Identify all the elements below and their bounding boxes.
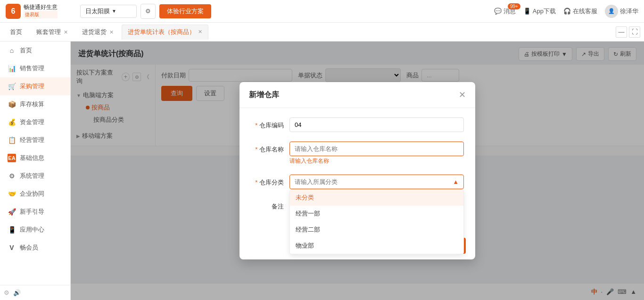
system-icon: ⚙ — [8, 172, 16, 180]
main-layout: ⌂ 首页 📊 销售管理 🛒 采购管理 📦 库存核算 💰 资金管理 📋 经营管理 … — [0, 42, 644, 300]
dropdown-item-dept3[interactable]: 物业部 — [290, 238, 463, 254]
modal-title: 新增仓库 — [249, 90, 279, 100]
customer-service-button[interactable]: 🎧 在线客服 — [563, 7, 597, 16]
app-download-button[interactable]: 📱 App下载 — [523, 7, 556, 16]
sidebar-item-basic-info[interactable]: EA 基础信息 — [0, 149, 70, 167]
enterprise-icon: 🤝 — [8, 190, 16, 198]
sidebar-item-sales[interactable]: 📊 销售管理 — [0, 59, 70, 77]
name-error-message: 请输入仓库名称 — [289, 157, 464, 165]
sidebar-label-basic-info: 基础信息 — [20, 154, 44, 162]
dropdown-item-unclassified[interactable]: 未分类 — [290, 190, 463, 206]
logo-badge: 捷易版 — [24, 11, 58, 18]
tab-purchase-stats-close-icon[interactable]: ✕ — [198, 29, 202, 35]
sidebar-item-operations[interactable]: 📋 经营管理 — [0, 131, 70, 149]
tab-purchase-return-label: 进货退货 — [82, 28, 107, 36]
modal-close-button[interactable]: ✕ — [459, 90, 466, 100]
inventory-icon: 📦 — [8, 100, 16, 108]
sidebar-item-finance[interactable]: 💰 资金管理 — [0, 113, 70, 131]
sidebar-item-inventory[interactable]: 📦 库存核算 — [0, 95, 70, 113]
tab-account-close-icon[interactable]: ✕ — [64, 29, 68, 35]
logo-name: 畅捷通好生意 — [24, 4, 58, 11]
tab-controls: — ⛶ — [616, 26, 640, 38]
category-label: 仓库分类 — [251, 175, 284, 187]
chevron-down-icon: ▼ — [112, 8, 116, 14]
home-icon: ⌂ — [8, 46, 16, 55]
tab-purchase-stats-label: 进货单统计表（按商品） — [128, 28, 195, 36]
sidebar-item-apps[interactable]: 📱 应用中心 — [0, 221, 70, 239]
modal-body: 仓库编码 仓库名称 请输入仓库名称 — [239, 108, 475, 232]
chevron-up-icon: ▲ — [453, 178, 459, 185]
tab-purchase-stats[interactable]: 进货单统计表（按商品） ✕ — [122, 25, 208, 40]
top-header: 6 畅捷通好生意 捷易版 日太阳膜 ▼ ⚙ 体验行业方案 💬 消息 99+ 📱 … — [0, 0, 644, 23]
message-badge: 99+ — [508, 3, 520, 9]
sidebar-label-enterprise: 企业协同 — [20, 190, 44, 198]
sidebar-item-home[interactable]: ⌂ 首页 — [0, 42, 70, 59]
modal-header: 新增仓库 ✕ — [239, 82, 475, 108]
sidebar-label-operations: 经营管理 — [20, 136, 44, 144]
finance-icon: 💰 — [8, 118, 16, 126]
experience-button[interactable]: 体验行业方案 — [159, 4, 211, 18]
store-name: 日太阳膜 — [85, 7, 110, 16]
code-field-wrap — [289, 117, 464, 132]
category-form-row: 仓库分类 ▲ 未分类 经营一部 经营二部 物业部 — [251, 175, 464, 189]
content-area: 进货单统计(按商品) 🖨 按模板打印 ▼ ↗ 导出 ↻ 刷新 — [71, 42, 644, 300]
note-label: 备注 — [251, 199, 284, 211]
sidebar-item-vip[interactable]: V 畅会员 — [0, 239, 70, 257]
sidebar-label-home: 首页 — [20, 46, 32, 55]
sidebar-label-finance: 资金管理 — [20, 118, 44, 126]
name-form-row: 仓库名称 请输入仓库名称 — [251, 142, 464, 165]
sidebar-label-system: 系统管理 — [20, 172, 44, 180]
sidebar-label-purchase: 采购管理 — [20, 82, 44, 91]
sidebar-item-newbie[interactable]: 🚀 新手引导 — [0, 203, 70, 221]
dropdown-item-dept1[interactable]: 经营一部 — [290, 206, 463, 222]
message-icon: 💬 — [494, 8, 502, 15]
category-field-wrap: ▲ 未分类 经营一部 经营二部 物业部 — [289, 175, 464, 189]
sidebar-bottom: ⚙ 🔊 — [0, 285, 70, 300]
store-selector[interactable]: 日太阳膜 ▼ — [80, 5, 137, 18]
sidebar-item-purchase[interactable]: 🛒 采购管理 — [0, 77, 70, 95]
header-right: 💬 消息 99+ 📱 App下载 🎧 在线客服 👤 徐泽华 — [494, 5, 638, 18]
vip-icon: V — [8, 243, 16, 252]
service-icon: 🎧 — [563, 8, 571, 15]
code-form-row: 仓库编码 — [251, 117, 464, 132]
sidebar-label-apps: 应用中心 — [20, 225, 44, 234]
messages-button[interactable]: 💬 消息 99+ — [494, 7, 516, 16]
apps-icon: 📱 — [8, 225, 16, 234]
sales-icon: 📊 — [8, 64, 16, 73]
user-profile-button[interactable]: 👤 徐泽华 — [605, 5, 638, 18]
tab-purchase-return[interactable]: 进货退货 ✕ — [76, 25, 120, 40]
sidebar: ⌂ 首页 📊 销售管理 🛒 采购管理 📦 库存核算 💰 资金管理 📋 经营管理 … — [0, 42, 71, 300]
code-input[interactable] — [289, 117, 464, 132]
tab-maximize-button[interactable]: ⛶ — [629, 26, 640, 38]
category-trigger[interactable]: ▲ — [289, 175, 464, 189]
name-label: 仓库名称 — [251, 142, 284, 154]
app-icon: 📱 — [523, 8, 531, 15]
tab-bar: 首页 账套管理 ✕ 进货退货 ✕ 进货单统计表（按商品） ✕ — ⛶ — [0, 23, 644, 42]
operations-icon: 📋 — [8, 136, 16, 144]
tab-home-label: 首页 — [10, 28, 22, 36]
sidebar-settings-icon[interactable]: ⚙ — [4, 289, 9, 296]
name-field-wrap: 请输入仓库名称 — [289, 142, 464, 165]
category-input[interactable] — [295, 178, 453, 185]
dropdown-item-dept2[interactable]: 经营二部 — [290, 222, 463, 238]
sidebar-label-vip: 畅会员 — [20, 243, 38, 252]
sidebar-label-sales: 销售管理 — [20, 64, 44, 73]
newbie-icon: 🚀 — [8, 208, 16, 216]
settings-button[interactable]: ⚙ — [140, 4, 156, 19]
warehouse-name-input[interactable] — [289, 142, 464, 156]
category-dropdown: 未分类 经营一部 经营二部 物业部 — [289, 189, 464, 254]
sidebar-speaker-icon[interactable]: 🔊 — [13, 289, 21, 296]
sidebar-item-enterprise[interactable]: 🤝 企业协同 — [0, 185, 70, 203]
tab-minimize-button[interactable]: — — [616, 26, 627, 38]
sidebar-label-newbie: 新手引导 — [20, 208, 44, 216]
logo-icon: 6 — [6, 4, 21, 19]
sidebar-item-system[interactable]: ⚙ 系统管理 — [0, 167, 70, 185]
code-label: 仓库编码 — [251, 117, 284, 130]
sidebar-label-inventory: 库存核算 — [20, 100, 44, 108]
add-warehouse-modal: 新增仓库 ✕ 仓库编码 仓库名称 — [239, 82, 475, 259]
purchase-icon: 🛒 — [8, 82, 16, 91]
tab-account[interactable]: 账套管理 ✕ — [30, 25, 74, 40]
tab-purchase-return-close-icon[interactable]: ✕ — [109, 29, 114, 35]
modal-overlay[interactable]: 新增仓库 ✕ 仓库编码 仓库名称 — [71, 42, 644, 300]
tab-home[interactable]: 首页 — [4, 25, 28, 40]
